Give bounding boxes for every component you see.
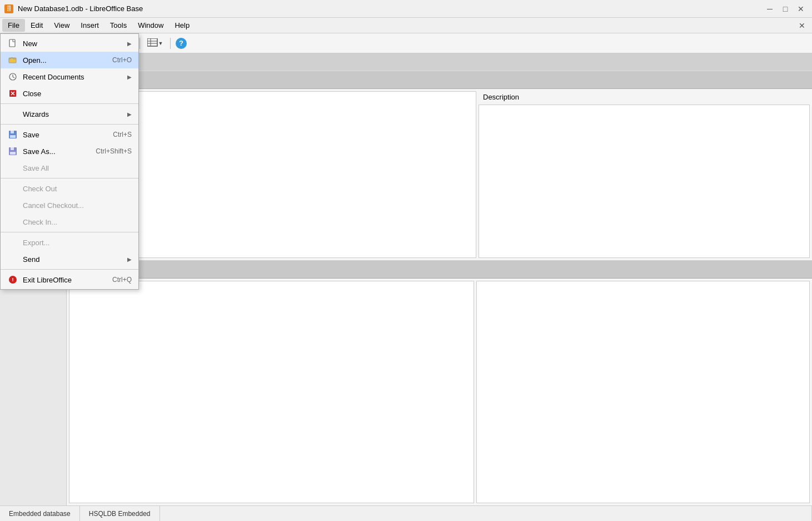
open-icon [7,54,18,66]
minimize-button[interactable]: ─ [763,2,776,16]
svg-rect-33 [10,152,16,155]
status-segment-1: Embedded database [0,506,80,521]
bottom-description [476,281,810,503]
menu-item-new-label: New [23,39,123,48]
menu-item-close-label: Close [23,90,132,98]
menu-item-new[interactable]: New ▶ [1,35,138,52]
status-segment-3 [160,506,813,521]
recent-icon [7,71,18,82]
svg-rect-0 [147,38,157,46]
menu-item-export-label: Export... [23,239,132,247]
toolbar-sep-3 [140,38,140,49]
maximize-button[interactable]: □ [779,2,792,16]
status-segment-2: HSQLDB Embedded [80,506,160,521]
recent-arrow: ▶ [127,74,132,80]
title-bar: 🗄 New Database1.odb - LibreOffice Base ─… [0,0,812,18]
menu-item-checkout-label: Check Out [23,185,132,193]
toolbar-sep-4 [170,38,171,49]
menu-item-checkout: Check Out [1,180,138,197]
menu-item-send-label: Send [23,255,123,264]
wizards-arrow: ▶ [127,111,132,117]
menu-item-export: Export... [1,234,138,251]
menu-bar: File Edit View Insert Tools Window Help … [0,18,812,33]
sep-3 [1,178,138,178]
menu-item-saveall-label: Save All [23,164,132,172]
menu-tools[interactable]: Tools [104,19,132,32]
menu-item-open-shortcut: Ctrl+O [112,56,132,64]
toolbar-help[interactable]: ? [173,36,189,51]
close-button[interactable]: ✕ [794,2,808,16]
sep-4 [1,232,138,232]
new-icon [7,38,18,49]
checkout-icon [7,183,18,194]
menu-item-save-shortcut: Ctrl+S [113,131,132,138]
svg-rect-29 [11,131,14,133]
title-bar-controls: ─ □ ✕ [763,2,808,16]
menu-item-exit[interactable]: ! Exit LibreOffice Ctrl+Q [1,271,138,288]
close-menu-icon [7,88,18,99]
status-bar: Embedded database HSQLDB Embedded [0,505,812,521]
menu-item-open[interactable]: Open... Ctrl+O [1,52,138,68]
content-area: Description [67,71,812,505]
menu-item-wizards-label: Wizards [23,110,123,118]
svg-rect-22 [9,39,15,47]
menu-help[interactable]: Help [169,19,195,32]
svg-rect-30 [10,135,16,138]
menu-edit[interactable]: Edit [25,19,48,32]
send-icon [7,254,18,265]
description-panel: Description [479,89,812,260]
menu-item-send[interactable]: Send ▶ [1,251,138,267]
menu-item-wizards[interactable]: Wizards ▶ [1,106,138,122]
saveas-icon [7,146,18,157]
menu-item-saveall: Save All [1,160,138,176]
file-menu-dropdown: New ▶ Open... Ctrl+O Recent Documents ▶ … [0,33,139,290]
export-icon [7,237,18,248]
menu-item-exit-label: Exit LibreOffice [23,276,108,284]
menu-item-checkin-label: Check In... [23,218,132,226]
new-arrow: ▶ [127,41,132,47]
menu-window[interactable]: Window [132,19,169,32]
menu-item-recent-label: Recent Documents [23,73,123,81]
description-content [479,105,810,258]
menu-item-recent[interactable]: Recent Documents ▶ [1,68,138,85]
menu-file[interactable]: File [2,19,25,32]
menu-view[interactable]: View [48,19,75,32]
menu-item-saveas[interactable]: Save As... Ctrl+Shift+S [1,143,138,160]
menu-item-save-label: Save [23,131,108,139]
bottom-list-pane [69,281,474,503]
wizards-icon [7,108,18,120]
menu-item-save[interactable]: Save Ctrl+S [1,126,138,143]
sep-5 [1,269,138,270]
menu-item-cancelcheckout: Cancel Checkout... [1,197,138,214]
window-title: New Database1.odb - LibreOffice Base [18,4,143,13]
sep-2 [1,124,138,125]
menu-item-open-label: Open... [23,56,108,64]
svg-rect-23 [9,58,16,63]
toolbar-table[interactable]: ▼ [143,36,167,51]
menu-item-exit-shortcut: Ctrl+Q [112,276,132,284]
content-top-toolbar [67,71,812,89]
menu-item-checkin: Check In... [1,214,138,230]
menu-item-close[interactable]: Close [1,85,138,102]
description-header: Description [479,89,812,105]
bottom-toolbar [67,261,812,279]
exit-icon: ! [7,274,18,285]
sep-1 [1,103,138,104]
menu-item-cancelcheckout-label: Cancel Checkout... [23,201,132,210]
svg-rect-32 [11,147,14,150]
save-icon [7,129,18,140]
menu-insert[interactable]: Insert [75,19,104,32]
checkin-icon [7,216,18,227]
send-arrow: ▶ [127,256,132,262]
dropdown-menu: New ▶ Open... Ctrl+O Recent Documents ▶ … [0,33,139,290]
saveall-icon [7,162,18,173]
app-icon: 🗄 [4,4,13,13]
menu-item-saveas-shortcut: Ctrl+Shift+S [96,147,132,155]
menu-close-x[interactable]: ✕ [799,21,810,30]
cancelcheckout-icon [7,200,18,211]
menu-item-saveas-label: Save As... [23,147,91,156]
